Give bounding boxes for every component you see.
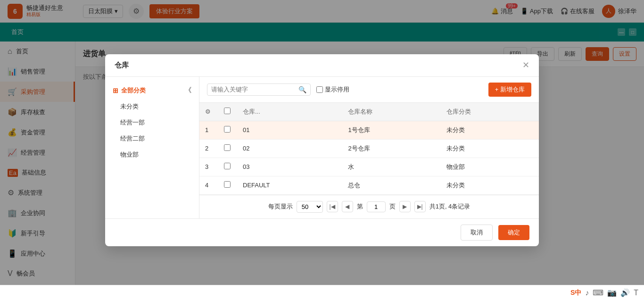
bottom-bar: S中 ♪ ⌨ 📷 🔊 T	[0, 285, 644, 300]
cell-category: 未分类	[441, 121, 539, 139]
dialog-footer: 取消 确定	[105, 218, 539, 246]
cell-num: 2	[199, 139, 218, 158]
cell-checkbox	[218, 176, 237, 194]
prev-page-button[interactable]: ◀	[342, 201, 353, 212]
search-input[interactable]	[211, 86, 298, 93]
table-body: 1 01 1号仓库 未分类 2	[199, 121, 539, 194]
first-page-button[interactable]: |◀	[327, 201, 338, 212]
col-checkbox	[218, 103, 237, 121]
dialog-close-button[interactable]: ✕	[522, 61, 529, 69]
cell-checkbox	[218, 121, 237, 139]
show-disabled-toggle[interactable]: 显示停用	[316, 85, 349, 94]
grid-icon: ⊞	[113, 87, 118, 94]
warehouse-table: ⚙ 仓库... 仓库名称	[199, 103, 539, 195]
search-box: 🔍	[207, 83, 311, 96]
cell-category: 物业部	[441, 158, 539, 176]
confirm-button[interactable]: 确定	[498, 225, 529, 240]
cell-checkbox	[218, 158, 237, 176]
row-checkbox-2[interactable]	[224, 144, 231, 151]
table-area: 🔍 显示停用 + 新增仓库 ⚙	[199, 77, 539, 218]
col-code: 仓库...	[237, 103, 342, 121]
add-warehouse-button[interactable]: + 新增仓库	[488, 83, 531, 97]
sougou-icon[interactable]: S中	[570, 289, 581, 297]
col-name: 仓库名称	[342, 103, 440, 121]
cell-name: 2号仓库	[342, 139, 440, 158]
cell-name: 1号仓库	[342, 121, 440, 139]
cancel-button[interactable]: 取消	[461, 225, 493, 241]
dialog-header: 仓库 ✕	[105, 54, 539, 77]
cell-code: 01	[237, 121, 342, 139]
cell-num: 4	[199, 176, 218, 194]
cell-name: 总仓	[342, 176, 440, 194]
table-row[interactable]: 2 02 2号仓库 未分类	[199, 139, 539, 158]
col-gear: ⚙	[199, 103, 218, 121]
warehouse-dialog: 仓库 ✕ ⊞ 全部分类 《 未分类 经营一部 经营二部 物业部	[105, 54, 539, 246]
col-category: 仓库分类	[441, 103, 539, 121]
category-item-0[interactable]: 未分类	[105, 99, 199, 115]
all-category-header[interactable]: ⊞ 全部分类 《	[105, 83, 199, 99]
volume-icon[interactable]: 🔊	[620, 288, 630, 297]
cell-checkbox	[218, 139, 237, 158]
camera-icon[interactable]: 📷	[607, 288, 617, 297]
gear-col-icon: ⚙	[205, 108, 211, 115]
collapse-icon[interactable]: 《	[185, 86, 191, 95]
category-item-3[interactable]: 物业部	[105, 147, 199, 163]
cell-num: 3	[199, 158, 218, 176]
cell-num: 1	[199, 121, 218, 139]
cell-category: 未分类	[441, 139, 539, 158]
row-checkbox-3[interactable]	[224, 163, 231, 169]
keyboard-icon[interactable]: ⌨	[593, 288, 603, 297]
show-disabled-checkbox[interactable]	[316, 86, 323, 93]
dialog-title: 仓库	[115, 61, 129, 70]
cell-category: 未分类	[441, 176, 539, 194]
cell-code: 03	[237, 158, 342, 176]
row-checkbox-1[interactable]	[224, 126, 231, 133]
next-page-button[interactable]: ▶	[399, 201, 411, 212]
modal-overlay: 仓库 ✕ ⊞ 全部分类 《 未分类 经营一部 经营二部 物业部	[0, 0, 644, 300]
table-header-row: ⚙ 仓库... 仓库名称	[199, 103, 539, 121]
pagination: 每页显示 50 100 200 |◀ ◀ 第 页 ▶ ▶| 共1页, 4条记录	[199, 195, 539, 218]
category-item-1[interactable]: 经营一部	[105, 115, 199, 131]
category-item-2[interactable]: 经营二部	[105, 131, 199, 147]
cell-code: 02	[237, 139, 342, 158]
dialog-body: ⊞ 全部分类 《 未分类 经营一部 经营二部 物业部 🔍	[105, 77, 539, 218]
table-row[interactable]: 4 DEFAULT 总仓 未分类	[199, 176, 539, 194]
row-checkbox-4[interactable]	[224, 181, 231, 188]
table-toolbar: 🔍 显示停用 + 新增仓库	[199, 77, 539, 103]
music-icon[interactable]: ♪	[585, 289, 589, 297]
last-page-button[interactable]: ▶|	[414, 201, 426, 212]
text-icon[interactable]: T	[634, 289, 638, 297]
select-all-checkbox[interactable]	[224, 108, 231, 114]
search-icon: 🔍	[298, 86, 306, 93]
data-table: ⚙ 仓库... 仓库名称	[199, 103, 539, 195]
cell-name: 水	[342, 158, 440, 176]
page-number-input[interactable]	[367, 201, 386, 212]
cell-code: DEFAULT	[237, 176, 342, 194]
per-page-select[interactable]: 50 100 200	[297, 201, 323, 213]
table-row[interactable]: 3 03 水 物业部	[199, 158, 539, 176]
table-row[interactable]: 1 01 1号仓库 未分类	[199, 121, 539, 139]
category-sidebar: ⊞ 全部分类 《 未分类 经营一部 经营二部 物业部	[105, 77, 199, 218]
